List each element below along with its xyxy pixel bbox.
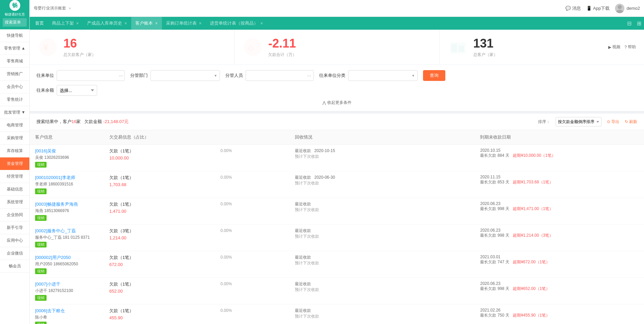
search-button[interactable]: 查询 [423, 70, 445, 81]
tab-minimize-button[interactable]: ⊟ [626, 19, 633, 28]
sidebar-item-member[interactable]: 会员中心 [0, 81, 29, 93]
table-row: [000002]用户2050 用户2050 18665062050 现销 欠款（… [30, 251, 644, 278]
tab-purchase-stats[interactable]: 进货单统计表（按商品） ✕ [206, 17, 267, 30]
result-bar: 搜索结果中，客户16家 欠款金额 -21,148.07元 排序： 按欠款金额倒序… [30, 114, 644, 130]
tab-home[interactable]: 首页 [31, 17, 48, 30]
customer-name-link-5[interactable]: [0007]小进干 [35, 281, 99, 287]
topbar-right: 💬 消息 📱 App下载 demo2 [565, 4, 640, 13]
collapse-button[interactable]: ⋀ 收起更多条件 [323, 100, 352, 106]
help-link[interactable]: ? 帮助 [624, 44, 636, 50]
debt-amount-4[interactable]: 672.00 [109, 262, 207, 267]
debt-amount-6[interactable]: 455.90 [109, 315, 207, 320]
debt-amount-3[interactable]: 1,214.00 [109, 235, 207, 240]
sidebar-item-retail-mgmt[interactable]: 零售管理 ▲ [0, 42, 29, 55]
sidebar-item-wechat[interactable]: 企业微信 [0, 247, 29, 260]
sidebar-item-system[interactable]: 系统管理 [0, 196, 29, 209]
stat-card-total-customers: 131 总客户（家） ▶ 视频 ? 帮助 [440, 30, 644, 64]
overdue-link-5[interactable]: 超期¥652.00（1笔） [513, 286, 550, 291]
overdue-link-0[interactable]: 超期¥10,000.00（1笔） [513, 153, 556, 158]
message-button[interactable]: 💬 消息 [565, 5, 581, 11]
debt-amount-0[interactable]: 10,000.00 [109, 155, 207, 160]
balance-select[interactable]: 选择... [57, 85, 97, 96]
mobile-icon: 📱 [586, 6, 592, 11]
tab-purchase-order[interactable]: 采购订单统计表 ✕ [162, 17, 206, 30]
export-button[interactable]: ⊙ 导出 [607, 119, 619, 125]
user-menu[interactable]: demo2 [615, 4, 640, 13]
sidebar-item-retail-stats[interactable]: 零售统计 [0, 93, 29, 106]
tab-purchase-order-close[interactable]: ✕ [199, 21, 202, 26]
person-input[interactable] [246, 70, 314, 81]
svg-rect-7 [451, 44, 457, 52]
customer-tag-2: 现销 [35, 215, 47, 221]
customer-name-link-2[interactable]: [0003]畅捷服务尹海燕 [35, 201, 99, 207]
next-payment-1: 预计下次收款 [295, 180, 437, 186]
cell-due-6: 2021.02.26 最长欠款 750 天 超期¥455.90（1笔） [475, 304, 644, 324]
overdue-link-6[interactable]: 超期¥455.90（1笔） [513, 313, 550, 318]
overdue-link-1[interactable]: 超期¥1,703.68（1笔） [513, 180, 553, 184]
cell-debt-6: 欠款（1笔） 455.90 [104, 304, 212, 324]
svg-point-1 [616, 10, 623, 13]
cell-collection-1: 最近收款 2020-06-30 预计下次收款 [289, 171, 443, 198]
tab-purchase-history-label: 产成品入库单历史 [87, 20, 122, 26]
sidebar-item-vip[interactable]: 畅会员 [0, 260, 29, 273]
debt-amount-2[interactable]: 1,471.00 [109, 209, 207, 214]
customer-contact-3: 服务中心_丁磊 181 0125 8371 [35, 235, 99, 240]
help-icon: ? [624, 45, 627, 50]
tab-product-listing-close[interactable]: ✕ [76, 21, 79, 26]
due-date-1: 2020.11.15 [480, 175, 639, 179]
search-menu-button[interactable]: 搜索菜单 [3, 18, 27, 27]
sidebar-item-retail-mall[interactable]: 零售商城 [0, 55, 29, 68]
sidebar-item-purchase[interactable]: 采购管理 [0, 132, 29, 145]
tab-home-label: 首页 [35, 20, 44, 26]
dept-label: 分管部门 [130, 72, 148, 79]
sidebar-item-enterprise[interactable]: 企业协同 [0, 209, 29, 222]
from-unit-input[interactable] [57, 70, 125, 81]
customer-name-link-4[interactable]: [000002]用户2050 [35, 255, 99, 261]
sidebar-item-wholesale[interactable]: 批发管理 ▼ [0, 106, 29, 119]
from-unit-label: 往来单位 [36, 72, 54, 79]
unit-type-input[interactable] [348, 70, 418, 81]
cell-due-1: 2020.11.15 最长欠款 853 天 超期¥1,703.68（1笔） [475, 171, 644, 198]
debt-amount-5[interactable]: 652.00 [109, 289, 207, 294]
filter-area: 往来单位 ··· 分管部门 ▼ 分管人员 [30, 65, 644, 111]
sort-select[interactable]: 按欠款金额倒序排序 [556, 117, 601, 126]
sidebar-item-operation[interactable]: 经营管理 [0, 170, 29, 183]
tab-maximize-button[interactable]: ⊞ [636, 19, 643, 28]
sidebar-item-guide[interactable]: 新手引导 [0, 222, 29, 234]
balance-label: 往来余额 [36, 87, 54, 93]
cell-collection-0: 最近收款 2020-10-15 预计下次收款 [289, 145, 443, 171]
tab-purchase-stats-close[interactable]: ✕ [260, 21, 263, 26]
sidebar-item-quick-nav[interactable]: 快捷导航 [0, 29, 29, 42]
debt-amount-1[interactable]: 1,703.68 [109, 182, 207, 187]
tab-purchase-history-close[interactable]: ✕ [124, 21, 127, 26]
tab-customer-ledger-label: 客户账本 [135, 20, 153, 26]
video-link[interactable]: ▶ 视频 [608, 44, 620, 50]
sidebar-item-basic-info[interactable]: 基础信息 [0, 183, 29, 196]
due-date-4: 2021.03.01 [480, 255, 639, 259]
sidebar-item-app-center[interactable]: 应用中心 [0, 234, 29, 247]
sidebar-item-ecommerce[interactable]: 电商管理 [0, 119, 29, 132]
max-overdue-0: 最长欠款 884 天 超期¥10,000.00（1笔） [480, 153, 639, 158]
overdue-link-2[interactable]: 超期¥1,471.00（1笔） [513, 206, 553, 211]
video-label: 视频 [612, 44, 620, 50]
tab-customer-ledger[interactable]: 客户账本 ✕ [131, 17, 162, 30]
refresh-button[interactable]: ↻ 刷新 [625, 119, 637, 125]
dept-input[interactable] [150, 70, 220, 81]
customer-name-link-1[interactable]: [0001020001]李老师 [35, 175, 99, 181]
stat-total-customers-info: 131 总客户（家） [473, 36, 603, 58]
tab-customer-ledger-close[interactable]: ✕ [155, 21, 158, 26]
sidebar-item-inventory[interactable]: 库存核算 [0, 145, 29, 157]
debt-count-6: 欠款（1笔） [109, 308, 207, 314]
sidebar-item-finance[interactable]: 资金管理 [0, 157, 29, 170]
customer-name-link-6[interactable]: [0006]去下粮仓 [35, 308, 99, 314]
app-download-button[interactable]: 📱 App下载 [586, 5, 610, 11]
customer-name-link-3[interactable]: [0002]服务中心_丁磊 [35, 228, 99, 234]
sidebar-item-marketing[interactable]: 营销推广 [0, 68, 29, 81]
overdue-link-3[interactable]: 超期¥1,214.00（3笔） [513, 233, 553, 238]
tab-purchase-history[interactable]: 产成品入库单历史 ✕ [83, 17, 131, 30]
cell-customer-2: [0003]畅捷服务尹海燕 海燕 18513066976 现销 [30, 198, 104, 225]
customer-tag-1: 现销 [35, 188, 47, 194]
tab-product-listing[interactable]: 商品上下架 ✕ [48, 17, 83, 30]
overdue-link-4[interactable]: 超期¥672.00（1笔） [513, 260, 550, 264]
customer-name-link-0[interactable]: [0016]吴俊 [35, 148, 99, 154]
